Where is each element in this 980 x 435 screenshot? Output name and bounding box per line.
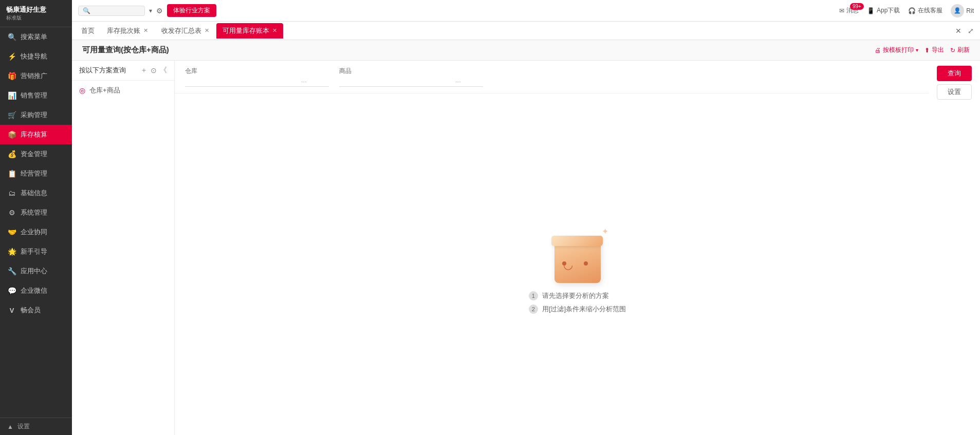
filter-item-warehouse-goods[interactable]: ◎ 仓库+商品	[72, 81, 174, 100]
search-icon: 🔍	[7, 33, 16, 41]
page-header: 可用量查询(按仓库+商品) 🖨 按模板打印 ▾ ⬆ 导出 ↻ 刷新	[72, 40, 980, 61]
user-avatar: 👤	[951, 4, 964, 17]
print-chevron-icon: ▾	[916, 47, 918, 53]
box-lid	[551, 236, 603, 246]
warehouse-input-wrap: ···	[185, 78, 329, 87]
sidebar: 畅康通好生意 标准版 🔍 搜索菜单 ⚡ 快捷导航 🎁 营销推广 📊 销售管理 🛒…	[0, 0, 72, 435]
goods-label: 商品	[339, 67, 483, 75]
export-button[interactable]: ⬆ 导出	[924, 46, 944, 54]
goods-more-button[interactable]: ···	[455, 78, 461, 85]
topbar-dropdown-button[interactable]: ▾	[149, 7, 152, 14]
topbar-user[interactable]: 👤 Rit	[951, 4, 974, 17]
filter-panel-title: 按以下方案查询	[79, 66, 126, 75]
customer-service-label: 在线客服	[918, 6, 942, 15]
username-label: Rit	[966, 7, 974, 14]
sidebar-item-inventory[interactable]: 📦 库存核算	[0, 125, 72, 144]
tab-batch-ledger[interactable]: 库存批次账 ✕	[101, 23, 154, 39]
sidebar-item-label: 应用中心	[21, 267, 47, 276]
refresh-icon: ↻	[950, 47, 955, 54]
inventory-icon: 📦	[7, 130, 16, 139]
sidebar-expand-icon: ▲	[7, 423, 13, 430]
sidebar-item-guide[interactable]: 🌟 新手引导	[0, 242, 72, 261]
export-label: 导出	[932, 46, 944, 54]
sidebar-item-marketing[interactable]: 🎁 营销推广	[0, 66, 72, 86]
topbar-message[interactable]: ✉ 消息 99+	[839, 6, 859, 15]
tab-receipt-summary-close[interactable]: ✕	[205, 27, 209, 34]
hint-text-2: 用[过滤]条件来缩小分析范围	[542, 305, 626, 314]
hint-num-1: 1	[529, 291, 538, 300]
topbar-search-box[interactable]: 🔍	[78, 6, 145, 16]
sidebar-item-label: 企业微信	[21, 286, 47, 295]
sidebar-item-member[interactable]: V 畅会员	[0, 300, 72, 320]
query-buttons: 查询 设置	[929, 61, 980, 105]
tab-batch-ledger-close[interactable]: ✕	[143, 27, 148, 34]
filter-settings-button[interactable]: ⊙	[151, 66, 157, 74]
sidebar-item-system[interactable]: ⚙ 系统管理	[0, 203, 72, 222]
sidebar-item-sales[interactable]: 📊 销售管理	[0, 86, 72, 105]
tab-available-ledger[interactable]: 可用量库存账本 ✕	[216, 23, 283, 39]
topbar-industry-button[interactable]: 体验行业方案	[167, 4, 216, 17]
refresh-button[interactable]: ↻ 刷新	[950, 46, 970, 54]
empty-state: ◡ ✦ 1 请先选择要分析的方案 2 用[过滤]条件来缩小分析范围	[175, 105, 980, 435]
enterprise-icon: 🤝	[7, 228, 16, 236]
sidebar-item-label: 系统管理	[21, 208, 47, 217]
filter-panel-actions: ＋ ⊙ 《	[140, 66, 167, 75]
sidebar-item-label: 快捷导航	[21, 52, 47, 61]
sidebar-item-wechat[interactable]: 💬 企业微信	[0, 281, 72, 300]
sidebar-item-finance[interactable]: 💰 资金管理	[0, 144, 72, 164]
print-label: 按模板打印	[883, 46, 914, 54]
sidebar-item-search[interactable]: 🔍 搜索菜单	[0, 27, 72, 47]
tabs-close-button[interactable]: ✕	[953, 25, 964, 37]
sidebar-item-app[interactable]: 🔧 应用中心	[0, 261, 72, 281]
sidebar-item-quick-nav[interactable]: ⚡ 快捷导航	[0, 47, 72, 66]
sidebar-item-basic[interactable]: 🗂 基础信息	[0, 183, 72, 203]
tab-available-ledger-label: 可用量库存账本	[223, 26, 269, 35]
hint-text-1: 请先选择要分析的方案	[542, 291, 609, 300]
topbar-search-input[interactable]	[93, 7, 139, 14]
sidebar-item-label: 畅会员	[21, 306, 41, 315]
empty-hints: 1 请先选择要分析的方案 2 用[过滤]条件来缩小分析范围	[529, 291, 626, 314]
filter-add-button[interactable]: ＋	[140, 66, 147, 75]
topbar-right: ✉ 消息 99+ 📱 App下载 🎧 在线客服 👤 Rit	[839, 4, 974, 17]
topbar-app-download[interactable]: 📱 App下载	[867, 6, 900, 15]
warehouse-more-button[interactable]: ···	[301, 78, 307, 85]
page-title: 可用量查询(按仓库+商品)	[82, 45, 169, 55]
sidebar-item-label: 基础信息	[21, 188, 47, 198]
sidebar-item-purchase[interactable]: 🛒 采购管理	[0, 105, 72, 125]
empty-hint-1: 1 请先选择要分析的方案	[529, 291, 626, 300]
tab-receipt-summary[interactable]: 收发存汇总表 ✕	[155, 23, 215, 39]
topbar-customer-service[interactable]: 🎧 在线客服	[908, 6, 942, 15]
member-icon: V	[7, 307, 16, 314]
content-area: 按以下方案查询 ＋ ⊙ 《 ◎ 仓库+商品 仓库	[72, 61, 980, 435]
sidebar-item-enterprise[interactable]: 🤝 企业协同	[0, 222, 72, 242]
avatar-initials: 👤	[954, 7, 961, 14]
tab-home[interactable]: 首页	[76, 23, 100, 39]
query-button[interactable]: 查询	[937, 66, 972, 81]
tabs-maximize-button[interactable]: ⤢	[966, 25, 976, 37]
sidebar-item-operations[interactable]: 📋 经营管理	[0, 164, 72, 183]
sidebar-item-label: 销售管理	[21, 91, 47, 100]
sidebar-bottom[interactable]: ▲ 设置	[0, 418, 72, 435]
app-download-icon: 📱	[867, 7, 875, 14]
sidebar-nav: 🔍 搜索菜单 ⚡ 快捷导航 🎁 营销推广 📊 销售管理 🛒 采购管理 📦 库存核…	[0, 27, 72, 418]
goods-input-wrap: ···	[339, 78, 483, 87]
sidebar-item-label: 企业协同	[21, 228, 47, 237]
quick-nav-icon: ⚡	[7, 52, 16, 61]
decoration-dots: ✦	[602, 226, 608, 236]
filter-collapse-button[interactable]: 《	[160, 66, 167, 75]
sales-icon: 📊	[7, 91, 16, 100]
operations-icon: 📋	[7, 169, 16, 178]
filter-panel: 按以下方案查询 ＋ ⊙ 《 ◎ 仓库+商品	[72, 61, 175, 435]
tab-available-ledger-close[interactable]: ✕	[272, 27, 277, 34]
print-template-button[interactable]: 🖨 按模板打印 ▾	[875, 46, 918, 54]
tab-receipt-summary-label: 收发存汇总表	[161, 26, 201, 35]
warehouse-input[interactable]	[185, 78, 298, 85]
topbar-gear-button[interactable]: ⚙	[156, 7, 163, 15]
settings-button[interactable]: 设置	[937, 84, 972, 100]
page-header-actions: 🖨 按模板打印 ▾ ⬆ 导出 ↻ 刷新	[875, 46, 970, 54]
tabs-right-controls: ✕ ⤢	[953, 25, 976, 37]
filter-item-icon: ◎	[79, 86, 85, 94]
sidebar-item-label: 营销推广	[21, 71, 47, 81]
sidebar-item-label: 采购管理	[21, 110, 47, 120]
goods-input[interactable]	[339, 78, 452, 85]
